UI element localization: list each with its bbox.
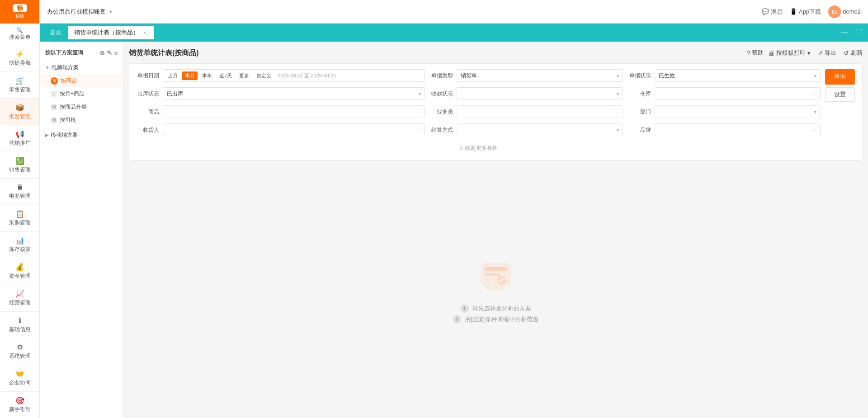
filter-date: 单据日期 上月 本月 本年 近7天 更多 自定义 2023-03-01 至 20… <box>137 69 425 82</box>
app-subtitle: 标版 <box>15 13 24 19</box>
recipient-control[interactable]: ··· <box>163 124 425 136</box>
brand-dots-icon[interactable]: ··· <box>812 127 816 133</box>
date-btn-more[interactable]: 更多 <box>236 71 252 80</box>
section-mobile-label: 移动端方案 <box>51 131 78 139</box>
sidebar-item-inventory[interactable]: 📊 库存核算 <box>0 232 39 258</box>
sidebar-item-finance[interactable]: 💰 资金管理 <box>0 258 39 285</box>
topbar-dropdown-icon[interactable]: ▾ <box>109 9 112 15</box>
sidebar-item-ecommerce[interactable]: 🖥 电商管理 <box>0 179 39 205</box>
sidebar-nav-label-4: 营销推广 <box>2 139 37 147</box>
sidebar-nav-label-2: 零售管理 <box>2 86 37 94</box>
out-status-control[interactable]: 已出库 ▾ <box>163 87 425 100</box>
sidebar-item-wholesale[interactable]: 📦 批发管理 <box>0 99 39 125</box>
filter-side: 查询 设置 <box>825 69 855 155</box>
sidebar-nav-label-3: 批发管理 <box>2 113 37 120</box>
export-button[interactable]: ↗ 导出 <box>815 47 839 59</box>
doc-type-control[interactable]: 销货单 ▾ <box>457 69 623 82</box>
settings-button[interactable]: 设置 <box>825 87 855 102</box>
tab-minimize-button[interactable]: — <box>839 27 850 38</box>
template-print-button[interactable]: 🖨 按模板打印 ▾ <box>768 49 811 57</box>
tab-home-label: 首页 <box>50 28 61 37</box>
tab-close-button[interactable]: × <box>142 29 148 36</box>
filter-warehouse: 仓库 ··· <box>628 87 821 100</box>
sidebar-item-enterprise[interactable]: 🤝 企业协同 <box>0 365 39 392</box>
product-control[interactable]: ··· <box>163 105 425 118</box>
sidebar-nav-label-14: 新手引导 <box>2 406 37 413</box>
export-label: 导出 <box>825 49 836 57</box>
date-filter-control[interactable]: 上月 本月 本年 近7天 更多 自定义 2023-03-01 至 2023-03… <box>163 69 425 82</box>
system-icon: ⚙ <box>2 343 37 352</box>
scheme-item-by-driver[interactable]: 回 按司机 <box>40 114 123 127</box>
topbar-title: 办公用品行业模拟账套 <box>47 8 106 16</box>
purchase-icon: 📋 <box>2 209 37 218</box>
export-icon: ↗ <box>818 49 823 57</box>
section-mobile-header[interactable]: ▶ 移动端方案 <box>40 128 123 142</box>
doc-status-control[interactable]: 已生效 ▾ <box>655 69 821 82</box>
tabbar: 首页 销货单统计表（按商品） × — ⛶ <box>40 24 868 42</box>
section-desktop-header[interactable]: ▼ 电脑端方案 <box>40 61 123 74</box>
collapse-panel-button[interactable]: « <box>114 49 118 57</box>
product-dots-icon[interactable]: ··· <box>416 109 421 115</box>
scheme-item-by-month-product[interactable]: 月 按月+商品 <box>40 87 123 100</box>
salesperson-dots-icon[interactable]: ··· <box>614 109 619 115</box>
sidebar-item-system[interactable]: ⚙ 系统管理 <box>0 338 39 365</box>
sidebar-item-quick-nav[interactable]: ⚡ 快捷导航 <box>0 45 39 72</box>
department-control[interactable]: ▾ <box>655 105 821 118</box>
sidebar-item-search[interactable]: 🔍 搜索菜单 <box>0 24 39 45</box>
sidebar-nav-label-12: 系统管理 <box>2 352 37 360</box>
main-area: 办公用品行业模拟账套 ▾ 💬 消息 📱 App下载 Ea demo2 首页 <box>40 0 868 418</box>
refresh-button[interactable]: ↺ 刷新 <box>844 49 863 57</box>
sidebar-item-purchase[interactable]: 📋 采购管理 <box>0 205 39 232</box>
help-button[interactable]: ? 帮助 <box>746 49 764 57</box>
settlement-control[interactable]: ▾ <box>457 124 623 136</box>
warehouse-control[interactable]: ··· <box>655 87 821 100</box>
date-btn-this-month[interactable]: 本月 <box>182 71 198 80</box>
sidebar-item-operations[interactable]: 📈 经营管理 <box>0 285 39 312</box>
recipient-dots-icon[interactable]: ··· <box>416 127 421 133</box>
department-arrow-icon: ▾ <box>814 109 816 114</box>
content-area: 按以下方案查询 ⊕ ✎ « ▼ 电脑端方案 按 按商品 月 <box>40 42 868 418</box>
sidebar-item-marketing[interactable]: 📢 营销推广 <box>0 125 39 152</box>
finance-icon: 💰 <box>2 263 37 271</box>
collapse-bar[interactable]: ∧ 收起更多条件 <box>137 142 821 155</box>
payment-status-control[interactable]: ▾ <box>457 87 623 100</box>
svg-rect-4 <box>486 286 490 290</box>
date-range-text: 2023-03-01 至 2023-03-31 <box>278 72 336 79</box>
scheme-item-label-0: 按商品 <box>61 77 77 85</box>
tabbar-actions: — ⛶ <box>839 27 864 38</box>
scheme-item-by-product[interactable]: 按 按商品 <box>40 74 123 87</box>
doc-status-value: 已生效 <box>659 72 812 80</box>
tab-home[interactable]: 首页 <box>43 26 68 39</box>
add-scheme-button[interactable]: ⊕ <box>99 49 105 57</box>
help-label: 帮助 <box>752 49 764 57</box>
scheme-item-by-category[interactable]: 回 按商品分类 <box>40 100 123 114</box>
print-dropdown-icon[interactable]: ▾ <box>807 50 811 57</box>
edit-scheme-button[interactable]: ✎ <box>107 49 112 57</box>
filter-brand: 品牌 ··· <box>628 124 821 136</box>
operations-icon: 📈 <box>2 290 37 298</box>
query-button[interactable]: 查询 <box>825 69 855 85</box>
date-btn-this-year[interactable]: 本年 <box>199 71 215 80</box>
empty-hint-2: 2 用[过滤]条件来缩小分析范围 <box>453 315 538 323</box>
date-btn-custom[interactable]: 自定义 <box>254 71 274 80</box>
date-btn-last-7-days[interactable]: 近7天 <box>217 71 235 80</box>
filter-with-btn: 单据日期 上月 本月 本年 近7天 更多 自定义 2023-03-01 至 20… <box>137 69 855 155</box>
empty-hint-1: 1 请先选择要分析的方案 <box>461 304 531 313</box>
tab-expand-button[interactable]: ⛶ <box>854 27 864 38</box>
tab-active[interactable]: 销货单统计表（按商品） × <box>68 26 154 39</box>
message-button[interactable]: 💬 消息 <box>762 8 783 16</box>
date-btn-last-month[interactable]: 上月 <box>165 71 180 80</box>
sidebar-item-basic-info[interactable]: ℹ 基础信息 <box>0 312 39 338</box>
app-download-button[interactable]: 📱 App下载 <box>790 8 821 16</box>
left-panel: 按以下方案查询 ⊕ ✎ « ▼ 电脑端方案 按 按商品 月 <box>40 42 123 418</box>
out-status-label: 出库状态 <box>137 90 159 98</box>
sidebar-item-sales[interactable]: 💹 销售管理 <box>0 152 39 179</box>
warehouse-dots-icon[interactable]: ··· <box>812 90 816 97</box>
salesperson-control[interactable]: ··· <box>457 105 623 118</box>
sidebar-item-retail[interactable]: 🛒 零售管理 <box>0 72 39 99</box>
user-menu[interactable]: Ea demo2 <box>828 5 861 18</box>
avatar: Ea <box>828 5 841 18</box>
payment-status-arrow-icon: ▾ <box>617 91 619 96</box>
brand-control[interactable]: ··· <box>655 124 821 136</box>
sidebar-item-guide[interactable]: 🎯 新手引导 <box>0 392 39 418</box>
